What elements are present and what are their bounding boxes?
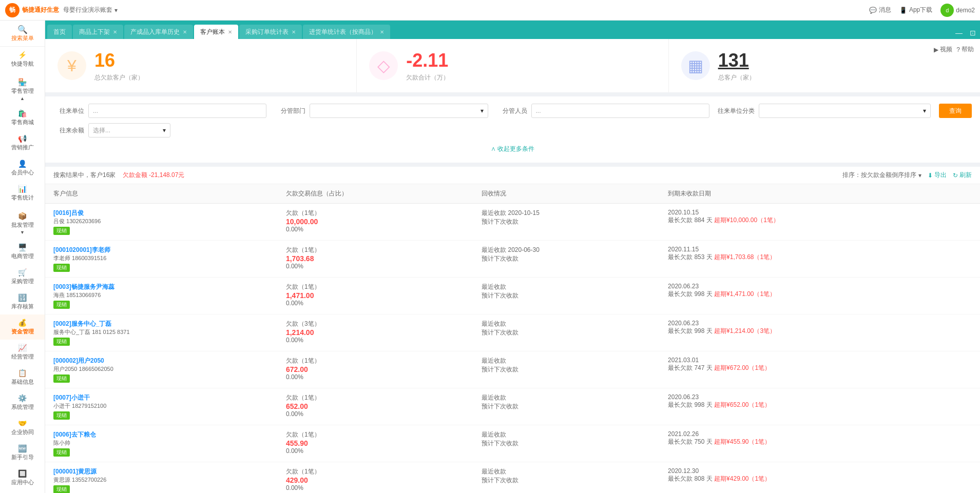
table-row: [0003]畅捷服务尹海蕊 海燕 18513066976 现销 欠款（1笔） 1… — [45, 278, 980, 314]
help-icon: ? — [956, 46, 960, 53]
search-button[interactable]: 查询 — [939, 104, 972, 118]
content-area: 首页 商品上下架 ✕ 产成品入库单历史 ✕ 客户账本 ✕ 采购订单统计表 ✕ 进… — [45, 21, 980, 493]
user-profile[interactable]: d demo2 — [940, 4, 975, 17]
tab-customer-account[interactable]: 客户账本 ✕ — [194, 25, 238, 39]
app-download-btn[interactable]: 📱 App下载 — [899, 6, 932, 14]
table-header-row: 客户信息 欠款交易信息（占比） 回收情况 到期未收款日期 — [45, 184, 980, 204]
tab-product-off[interactable]: 商品上下架 ✕ — [73, 25, 123, 39]
search-menu-label: 搜索菜单 — [3, 34, 42, 42]
unit-class-select[interactable]: ▾ — [759, 104, 931, 118]
sidebar-item-enterprise-co[interactable]: 🤝 企业协同 — [0, 415, 45, 440]
sidebar-item-stock-check[interactable]: 🔢 库存核算 — [0, 289, 45, 314]
sidebar-item-marketing[interactable]: 📢 营销推广 — [0, 130, 45, 155]
search-menu[interactable]: 🔍 搜索菜单 — [0, 21, 45, 47]
debt-amount[interactable]: 652.00 — [286, 402, 465, 410]
store-name: 母婴行业演示账套 — [63, 6, 112, 14]
overdue-amount[interactable]: 超期¥10,000.00（1笔） — [714, 216, 779, 224]
filter-source-unit-label: 往来单位 — [53, 107, 84, 115]
overdue-amount[interactable]: 超期¥1,214.00（3笔） — [714, 327, 776, 334]
customer-tag: 现销 — [53, 374, 70, 383]
sidebar-item-member[interactable]: 👤 会员中心 — [0, 155, 45, 181]
customer-phone: 海燕 18513066976 — [53, 291, 270, 299]
collapse-filter-btn[interactable]: ∧ 收起更多条件 — [53, 143, 972, 155]
sidebar-item-retail-store[interactable]: 🛍️ 零售商城 — [0, 105, 45, 130]
tab-product-in[interactable]: 产成品入库单历史 ✕ — [124, 25, 193, 39]
sidebar-item-retail-mgmt[interactable]: 🏪 零售管理 ▲ — [0, 74, 45, 105]
tab-close-product-in[interactable]: ✕ — [183, 29, 187, 35]
tab-stock-stat[interactable]: 进货单统计表（按商品） ✕ — [303, 25, 390, 39]
customer-name[interactable]: [000001]黄思源 — [53, 467, 270, 476]
debt-amount[interactable]: 1,214.00 — [286, 328, 465, 337]
debt-amount[interactable]: 429.00 — [286, 476, 465, 484]
debt-percent: 0.00% — [286, 484, 465, 491]
stat-help-area: ▶ 视频 ? 帮助 — [934, 45, 974, 54]
sidebar-item-retail-stat[interactable]: 📊 零售统计 — [0, 181, 45, 206]
message-btn[interactable]: 💬 消息 — [869, 6, 891, 14]
sidebar-item-capital[interactable]: 💰 资金管理 — [0, 314, 45, 340]
tab-close-product-off[interactable]: ✕ — [113, 29, 117, 35]
debt-amount[interactable]: 455.90 — [286, 439, 465, 447]
sidebar-item-operation[interactable]: 📈 经营管理 — [0, 340, 45, 365]
customer-name[interactable]: [0016]吕俊 — [53, 209, 270, 218]
debt-percent: 0.00% — [286, 226, 465, 233]
tab-home[interactable]: 首页 — [47, 25, 72, 39]
source-unit-input[interactable]: ... — [88, 104, 266, 118]
debt-amount[interactable]: 1,703.68 — [286, 254, 465, 263]
tab-collapse-btn[interactable]: — — [953, 27, 965, 39]
customer-tag: 现销 — [53, 411, 70, 420]
collection-date: 最近收款 — [482, 393, 651, 402]
debt-amount[interactable]: 672.00 — [286, 365, 465, 373]
collection-date: 最近收款 — [482, 430, 651, 439]
dept-select[interactable]: ▾ — [310, 104, 488, 118]
debt-amount[interactable]: 1,471.00 — [286, 291, 465, 300]
customer-name[interactable]: [0006]去下粮仓 — [53, 430, 270, 439]
overdue-date: 2021.03.01 — [668, 357, 972, 364]
sidebar-item-new-guide[interactable]: 🆕 新手引导 — [0, 440, 45, 465]
overdue-days: 最长欠款 998 天 超期¥1,471.00（1笔） — [668, 290, 972, 299]
overdue-days: 最长欠款 750 天 超期¥455.90（1笔） — [668, 438, 972, 446]
debt-percent: 0.00% — [286, 373, 465, 381]
sidebar-item-basic-info[interactable]: 📋 基础信息 — [0, 365, 45, 390]
overdue-amount[interactable]: 超期¥1,471.00（1笔） — [714, 290, 776, 298]
col-overdue: 到期未收款日期 — [660, 184, 980, 204]
sidebar-item-app-center[interactable]: 🔲 应用中心 — [0, 465, 45, 490]
sidebar-item-system[interactable]: ⚙️ 系统管理 — [0, 390, 45, 415]
sidebar-item-quick-nav[interactable]: ⚡ 快捷导航 — [0, 47, 45, 72]
col-collection: 回收情况 — [473, 184, 660, 204]
customer-name[interactable]: [0002]服务中心_丁磊 — [53, 320, 270, 328]
tab-close-purchase-order[interactable]: ✕ — [292, 29, 296, 35]
sort-selector[interactable]: 排序：按欠款金额倒序排序 ▾ — [842, 171, 921, 180]
sidebar-item-ecommerce[interactable]: 🖥️ 电商管理 — [0, 239, 45, 264]
debt-count: 欠款（3笔） — [286, 320, 465, 328]
store-selector[interactable]: 母婴行业演示账套 ▾ — [63, 6, 118, 14]
debt-amount[interactable]: 10,000.00 — [286, 218, 465, 226]
video-btn[interactable]: ▶ 视频 — [934, 45, 952, 54]
overdue-amount[interactable]: 超期¥429.00（1笔） — [714, 475, 771, 482]
sidebar-item-enterprise-wx[interactable]: 💬 企业微信 — [0, 490, 45, 493]
tab-close-customer-account[interactable]: ✕ — [228, 29, 232, 35]
tab-expand-btn[interactable]: ⊡ — [968, 27, 978, 39]
balance-select[interactable]: 选择... ▾ — [88, 123, 170, 137]
tab-purchase-order[interactable]: 采购订单统计表 ✕ — [239, 25, 302, 39]
video-icon: ▶ — [934, 46, 938, 53]
export-btn[interactable]: ⬇ 导出 — [928, 171, 947, 180]
customer-name[interactable]: [0001020001]李老师 — [53, 246, 270, 254]
refresh-btn[interactable]: ↻ 刷新 — [953, 171, 972, 180]
filter-person-label: 分管人员 — [496, 107, 527, 115]
overdue-date: 2021.02.26 — [668, 430, 972, 438]
customer-name[interactable]: [000002]用户2050 — [53, 357, 270, 365]
customer-name[interactable]: [0007]小迸干 — [53, 393, 270, 402]
help-btn[interactable]: ? 帮助 — [956, 45, 974, 54]
sidebar-item-batch-mgmt[interactable]: 📦 批发管理 ▼ — [0, 208, 45, 239]
overdue-cell: 2020.06.23 最长欠款 998 天 超期¥652.00（1笔） — [660, 388, 980, 425]
overdue-amount[interactable]: 超期¥672.00（1笔） — [714, 364, 771, 371]
top-bar: 畅 畅捷通好生意 母婴行业演示账套 ▾ 💬 消息 📱 App下载 d demo2 — [0, 0, 980, 21]
overdue-amount[interactable]: 超期¥1,703.68（1笔） — [714, 253, 776, 261]
overdue-amount[interactable]: 超期¥455.90（1笔） — [714, 438, 771, 445]
person-input[interactable]: ... — [531, 104, 709, 118]
customer-tag: 现销 — [53, 301, 70, 309]
overdue-amount[interactable]: 超期¥652.00（1笔） — [714, 401, 771, 408]
sidebar-item-purchase[interactable]: 🛒 采购管理 — [0, 264, 45, 289]
tab-close-stock-stat[interactable]: ✕ — [380, 29, 384, 35]
customer-name[interactable]: [0003]畅捷服务尹海蕊 — [53, 283, 270, 291]
